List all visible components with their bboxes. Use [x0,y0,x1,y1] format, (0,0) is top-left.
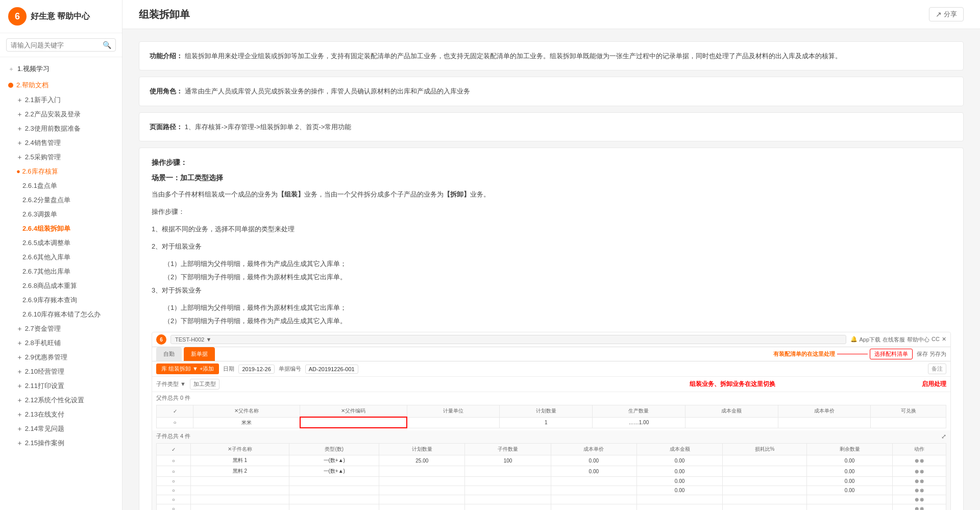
search-icon[interactable]: 🔍 [103,41,111,49]
minus-icon: ● [16,167,20,175]
sidebar-item-assembly[interactable]: 2.6.4组装拆卸单 [0,222,122,236]
sidebar-item-stock-ledger[interactable]: 2.6.9库存账本查询 [0,293,122,307]
step3-1: （1）上部明细为父件明细，最终作为原材料生成其它出库单； [152,301,951,314]
mock-type-select: 库 组装拆卸 ▼ +添加 [156,363,219,374]
share-button[interactable]: ↗ 分享 [929,7,964,21]
sidebar-item-cost-adjust[interactable]: 2.6.5成本调整单 [0,236,122,250]
search-input[interactable] [11,41,103,49]
plus-icon: ＋ [16,368,23,375]
steps-subtitle: 操作步骤： [152,205,951,218]
nav-tree: ＋ 1.视频学习 2.帮助文档 ＋ 2.1新手入门 ＋ 2.2产品安装及登录 [0,57,122,510]
sidebar-item-inventory[interactable]: ● 2.6库存核算 [0,164,122,179]
mock-date: 2019-12-26 [238,365,274,374]
browser-actions: 🔔 App下载 在线客服 帮助中心 CC ✕ [850,336,946,344]
plus-icon: ＋ [16,96,23,104]
sidebar-item-split-stocktake[interactable]: 2.6.2分量盘点单 [0,193,122,207]
annotation-bom: 有装配清单的在这里处理 [773,350,835,358]
annotation-line1 [837,354,868,354]
logo-area: 6 好生意 帮助中心 [0,0,122,33]
plus-icon: ＋ [8,65,14,74]
sidebar-item-print[interactable]: ＋ 2.11打印设置 [0,379,122,393]
browser-bar: 6 TEST-H002 ▼ 🔔 App下载 在线客服 帮助中心 CC ✕ [152,332,950,347]
mock-form-toolbar: 库 组装拆卸 ▼ +添加 日期 2019-12-26 单据编号 AD-20191… [152,361,950,377]
nav-section-docs: 2.帮助文档 ＋ 2.1新手入门 ＋ 2.2产品安装及登录 ＋ 2.3使用前数据… [0,78,122,450]
annotation-enable: 启用处理 [922,380,946,388]
path-label: 页面路径： [150,123,183,131]
mock-expand-icon: ⤢ [941,433,946,440]
steps-section: 操作步骤： 场景一：加工类型选择 当由多个子件材料组装成一个成品的业务为【组装】… [139,148,964,510]
plus-icon: ＋ [16,339,23,347]
sidebar-item-faq[interactable]: ＋ 2.14常见问题 [0,422,122,436]
sidebar-item-beginner[interactable]: ＋ 2.1新手入门 [0,93,122,107]
sidebar-item-purchase[interactable]: ＋ 2.5采购管理 [0,150,122,164]
sidebar-item-cost-recalc[interactable]: 2.6.8商品成本重算 [0,279,122,293]
sidebar-item-payment[interactable]: ＋ 2.13在线支付 [0,407,122,422]
mock-top-table: ✓ ✕父件名称 ✕父件编码 计量单位 计划数量 生产数量 成本金额 成本单价 可… [156,405,946,428]
intro-box: 功能介绍： 组装拆卸单用来处理企业组装或拆卸等加工业务，支持有固定装配清单的产品… [139,41,964,70]
mock-sub-toolbar: 子件类型 ▼ 加工类型 组装业务、拆卸业务在这里切换 启用处理 [152,377,950,392]
main-area: 组装拆卸单 ↗ 分享 功能介绍： 组装拆卸单用来处理企业组装或拆卸等加工业务，支… [122,0,980,510]
search-area: 🔍 [0,33,122,57]
plus-icon: ＋ [16,410,23,418]
sidebar-item-customization[interactable]: ＋ 2.12系统个性化设置 [0,393,122,407]
mock-actions: 保存 另存为 [917,350,946,358]
sidebar-item-operations[interactable]: ＋ 2.10经营管理 [0,365,122,379]
plus-icon: ＋ [16,439,23,447]
mock-bom-btn: 选择配料清单 [870,349,913,359]
sidebar-item-sales[interactable]: ＋ 2.4销售管理 [0,136,122,150]
mock-bottom-table-area: 子件总共 4 件 ⤢ ✓ ✕子件名称 类型(数) 计划数量 子件数量 [152,430,950,510]
logo-icon: 6 [8,7,27,26]
plus-icon: ＋ [16,110,23,118]
step2-1: （1）上部明细为父件明细，最终作为产成品生成其它入库单； [152,257,951,271]
mock-tab-new: 新单据 [184,347,215,361]
plus-icon: ＋ [16,425,23,432]
sidebar-item-data-prep[interactable]: ＋ 2.3使用前数据准备 [0,122,122,136]
mock-bottom-table: ✓ ✕子件名称 类型(数) 计划数量 子件数量 成本单价 成本金额 损耗比% 剩… [156,443,946,510]
sidebar-item-cases[interactable]: ＋ 2.15操作案例 [0,436,122,450]
path-box: 页面路径： 1、库存核算->库存管理->组装拆卸单 2、首页->常用功能 [139,112,964,141]
intro-text: 组装拆卸单用来处理企业组装或拆卸等加工业务，支持有固定装配清单的产品加工业务，也… [185,52,842,60]
plus-icon: ＋ [16,396,23,404]
page-title: 组装拆卸单 [139,8,190,21]
plus-icon: ＋ [16,139,23,147]
plus-icon: ＋ [16,325,23,332]
scenario-title: 场景一：加工类型选择 [152,174,951,183]
mock-top-table-area: 父件总共 0 件 ✓ ✕父件名称 ✕父件编码 计量单位 计划数量 生产数量 [152,392,950,430]
sidebar-item-coupon[interactable]: ＋ 2.9优惠券管理 [0,350,122,365]
active-dot-icon [8,83,13,88]
plus-icon: ＋ [16,125,23,132]
step3: 3、对于拆装业务 [152,284,951,297]
step2: 2、对于组装业务 [152,240,951,253]
sidebar-item-stock-fix[interactable]: 2.6.10库存账本错了怎么办 [0,307,122,322]
role-text: 通常由生产人员或库管人员完成拆装业务的操作，库管人员确认原材料的出库和产成品的入… [185,87,470,95]
mock-browser: 6 TEST-H002 ▼ 🔔 App下载 在线客服 帮助中心 CC ✕ [152,332,950,510]
mock-tabs-bar: 自勤 新单据 有装配清单的在这里处理 选择配料清单 保存 另存为 [152,347,950,361]
sidebar-item-finance[interactable]: ＋ 2.7资金管理 [0,322,122,336]
content-area: 功能介绍： 组装拆卸单用来处理企业组装或拆卸等加工业务，支持有固定装配清单的产品… [122,29,980,510]
sidebar-item-install[interactable]: ＋ 2.2产品安装及登录 [0,107,122,122]
nav-section-videos: ＋ 1.视频学习 [0,61,122,77]
ops-title: 操作步骤： [152,158,951,167]
sidebar-item-videos[interactable]: ＋ 1.视频学习 [0,61,122,77]
path-text: 1、库存核算->库存管理->组装拆卸单 2、首页->常用功能 [185,123,352,131]
annotation-switch: 组装业务、拆卸业务在这里切换 [690,380,775,388]
mock-remark: 备注 [928,363,946,374]
role-label: 使用角色： [150,87,183,95]
mock-top-count: 父件总共 0 件 [156,394,946,402]
sidebar-item-docs[interactable]: 2.帮助文档 [0,78,122,93]
sidebar-item-stocktake[interactable]: 2.6.1盘点单 [0,179,122,193]
sidebar-item-other-out[interactable]: 2.6.7其他出库单 [0,264,122,279]
sidebar-item-other-in[interactable]: 2.6.6其他入库单 [0,250,122,264]
sidebar-item-transfer[interactable]: 2.6.3调拨单 [0,207,122,222]
scenario-desc: 当由多个子件材料组装成一个成品的业务为【组装】业务，当由一个父件拆分成多个子产品… [152,188,951,201]
intro-label: 功能介绍： [150,52,183,60]
url-bar: TEST-H002 ▼ [170,335,846,344]
plus-icon: ＋ [16,382,23,390]
sidebar-item-mobile[interactable]: ＋ 2.8手机旺铺 [0,336,122,350]
step3-2: （2）下部明细为子件明细，最终作为产成品生成其它入库单。 [152,314,951,328]
sidebar: 6 好生意 帮助中心 🔍 ＋ 1.视频学习 2.帮助文档 ＋ 2. [0,0,122,510]
main-header: 组装拆卸单 ↗ 分享 [122,0,980,29]
docs-subitems: ＋ 2.1新手入门 ＋ 2.2产品安装及登录 ＋ 2.3使用前数据准备 ＋ 2.… [0,93,122,450]
inventory-subitems: 2.6.1盘点单 2.6.2分量盘点单 2.6.3调拨单 2.6.4组装拆卸单 … [0,179,122,322]
mock-tab-ziqin: 自勤 [156,347,182,361]
